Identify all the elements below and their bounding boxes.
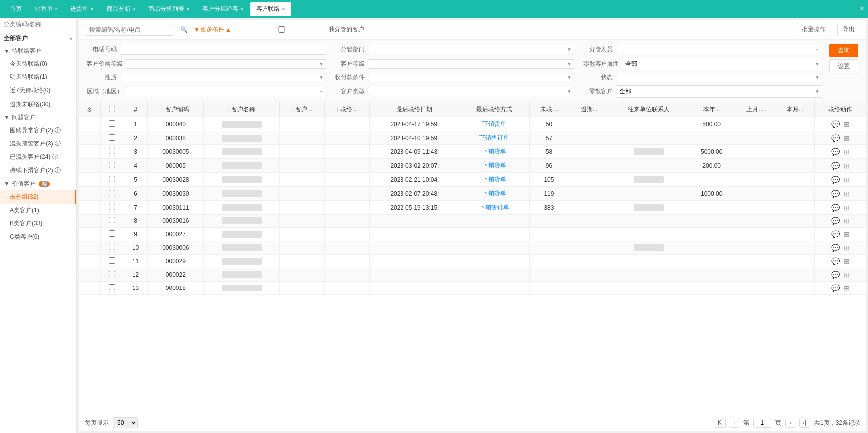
- row-checkbox[interactable]: [100, 282, 124, 295]
- row-select-checkbox[interactable]: [109, 162, 115, 168]
- filter-status-select[interactable]: ▼: [616, 73, 823, 82]
- sidebar-item-a-class[interactable]: A类客户(1): [0, 204, 76, 217]
- contact-icon[interactable]: 💬: [831, 134, 840, 142]
- last-page-btn[interactable]: ›|: [799, 418, 810, 428]
- row-select-checkbox[interactable]: [109, 120, 115, 127]
- filter-price-grade-select[interactable]: ▼: [126, 59, 327, 69]
- contact-icon[interactable]: 💬: [831, 230, 840, 238]
- col-this-month[interactable]: 本月...: [775, 102, 815, 117]
- sidebar-item-churn-warn[interactable]: 流失预警客户(3) ⓘ: [0, 137, 76, 150]
- window-close[interactable]: ×: [860, 4, 864, 13]
- nav-home[interactable]: 首页: [4, 2, 28, 16]
- sidebar-item-abnormal[interactable]: 囤购异常客户(2) ⓘ: [0, 124, 76, 137]
- row-checkbox[interactable]: [100, 187, 124, 201]
- more-icon[interactable]: ⊞: [844, 244, 850, 252]
- nav-close-purchase[interactable]: ×: [90, 6, 93, 12]
- contact-method-link[interactable]: 下销货单: [482, 120, 506, 127]
- contact-icon[interactable]: 💬: [831, 257, 840, 265]
- col-unit-contact[interactable]: 往来单位联系人: [609, 102, 688, 117]
- nav-customer-contact[interactable]: 客户联络 ×: [250, 2, 291, 16]
- row-checkbox[interactable]: [100, 159, 124, 173]
- sidebar-item-7days[interactable]: 近7天待联络(0): [0, 84, 76, 97]
- contact-icon[interactable]: 💬: [831, 204, 840, 212]
- more-icon[interactable]: ⊞: [844, 176, 850, 184]
- row-last-method[interactable]: 下销货单: [460, 187, 529, 201]
- my-customer-checkbox[interactable]: [237, 26, 327, 33]
- filter-dept-select[interactable]: ▼: [368, 45, 575, 54]
- row-select-checkbox[interactable]: [109, 230, 115, 237]
- row-checkbox[interactable]: [100, 173, 124, 187]
- filter-grade-select[interactable]: ▼: [368, 59, 575, 69]
- col-uncontacted[interactable]: 未联...: [529, 102, 569, 117]
- export-btn[interactable]: 导出: [837, 23, 860, 36]
- row-last-method[interactable]: 下销售订单: [460, 201, 529, 215]
- filter-payment-select[interactable]: ▼: [368, 73, 575, 82]
- sidebar-search-input[interactable]: [4, 21, 77, 28]
- nav-sales[interactable]: 销售单 ×: [29, 2, 64, 16]
- row-checkbox[interactable]: [100, 268, 124, 282]
- sidebar-item-today[interactable]: 今天待联络(0): [0, 57, 76, 71]
- row-last-method[interactable]: [460, 241, 529, 255]
- contact-icon[interactable]: 💬: [831, 244, 840, 252]
- more-filter-btn[interactable]: ▼ 更多条件 ▲: [194, 25, 231, 34]
- prev-page-btn[interactable]: ‹: [730, 418, 739, 428]
- more-icon[interactable]: ⊞: [844, 162, 850, 170]
- col-last-month[interactable]: 上月...: [735, 102, 775, 117]
- more-icon[interactable]: ⊞: [844, 217, 850, 225]
- more-icon[interactable]: ⊞: [844, 134, 850, 142]
- row-select-checkbox[interactable]: [109, 284, 115, 290]
- col-checkbox-header[interactable]: [100, 102, 124, 117]
- nav-close-product-list[interactable]: ×: [186, 6, 189, 12]
- nav-customer-segment[interactable]: 客户分层经客 ×: [197, 2, 249, 16]
- col-overdue[interactable]: 逾期...: [569, 102, 609, 117]
- contact-method-link[interactable]: 下销售订单: [479, 134, 509, 141]
- page-input[interactable]: [753, 418, 771, 428]
- sidebar-item-overdue[interactable]: 逾期未联络(30): [0, 98, 76, 111]
- select-all-checkbox[interactable]: [109, 106, 115, 112]
- row-last-method[interactable]: 下销货单: [460, 159, 529, 173]
- more-icon[interactable]: ⊞: [844, 284, 850, 292]
- row-checkbox[interactable]: [100, 145, 124, 159]
- sidebar-item-c-class[interactable]: C类客户(6): [0, 230, 76, 244]
- contact-icon[interactable]: 💬: [831, 148, 840, 156]
- contact-method-link[interactable]: 下销货单: [482, 190, 506, 197]
- row-last-method[interactable]: [460, 268, 529, 282]
- sidebar-group-value[interactable]: ▼ 价值客户 🔄: [0, 178, 76, 190]
- row-last-method[interactable]: [460, 282, 529, 295]
- col-type[interactable]: : 客户...: [279, 102, 325, 117]
- row-checkbox[interactable]: [100, 117, 124, 131]
- sidebar-group-problem[interactable]: ▼ 问题客户: [0, 111, 76, 124]
- row-select-checkbox[interactable]: [109, 190, 115, 196]
- row-last-method[interactable]: 下销货单: [460, 173, 529, 187]
- query-btn[interactable]: 查询: [829, 44, 858, 57]
- nav-product-analysis-list[interactable]: 商品分析列表 ×: [142, 2, 195, 16]
- filter-nature-select[interactable]: ▼: [120, 73, 327, 82]
- contact-method-link[interactable]: 下销货单: [482, 176, 506, 183]
- row-checkbox[interactable]: [100, 255, 124, 268]
- contact-icon[interactable]: 💬: [831, 176, 840, 184]
- filter-phone-input[interactable]: [120, 44, 327, 55]
- nav-close-segment[interactable]: ×: [240, 6, 243, 12]
- row-checkbox[interactable]: [100, 201, 124, 215]
- more-icon[interactable]: ⊞: [844, 190, 850, 198]
- nav-product-analysis[interactable]: 商品分析 ×: [101, 2, 141, 16]
- more-icon[interactable]: ⊞: [844, 230, 850, 238]
- filter-cust-type-select[interactable]: ▼: [368, 87, 575, 96]
- row-select-checkbox[interactable]: [109, 244, 115, 250]
- row-last-method[interactable]: 下销货单: [460, 117, 529, 131]
- nav-close-sales[interactable]: ×: [55, 6, 58, 12]
- filter-retail-attr-select[interactable]: 全部 ▼: [622, 58, 823, 70]
- sidebar-item-ungroup[interactable]: 未分组(32): [0, 190, 76, 204]
- filter-person-select[interactable]: ···: [616, 45, 823, 54]
- col-last-method[interactable]: 最后联络方式: [460, 102, 529, 117]
- row-checkbox[interactable]: [100, 215, 124, 228]
- row-last-method[interactable]: 下销售订单: [460, 131, 529, 145]
- row-checkbox[interactable]: [100, 241, 124, 255]
- contact-icon[interactable]: 💬: [831, 217, 840, 225]
- more-icon[interactable]: ⊞: [844, 204, 850, 212]
- row-checkbox[interactable]: [100, 131, 124, 145]
- reset-btn[interactable]: 设置: [829, 59, 858, 73]
- row-last-method[interactable]: [460, 228, 529, 241]
- contact-icon[interactable]: 💬: [831, 120, 840, 128]
- row-select-checkbox[interactable]: [109, 148, 115, 154]
